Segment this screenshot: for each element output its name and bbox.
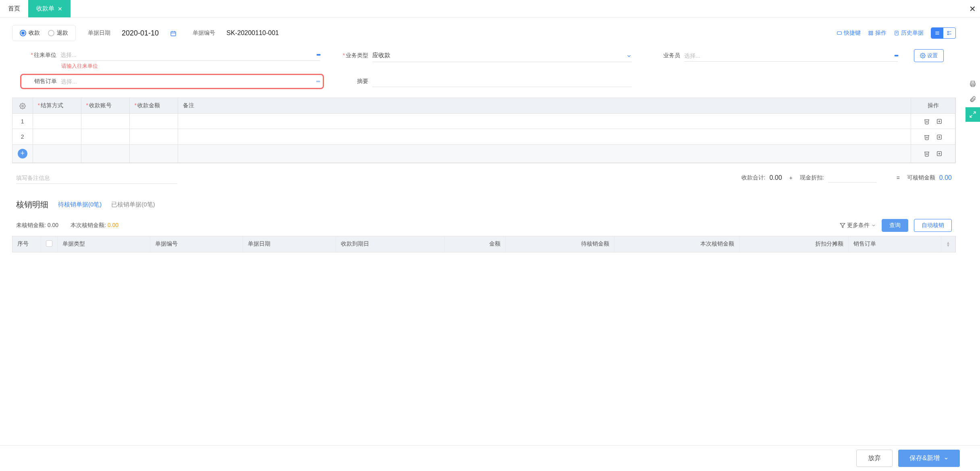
radio-receipt[interactable]: 收款 — [20, 29, 40, 37]
th-checkbox[interactable] — [41, 236, 57, 252]
writeoff-stats: 未核销金额: 0.00 本次核销金额: 0.00 — [16, 222, 118, 229]
detail-icon — [947, 30, 952, 36]
cell-amount[interactable] — [129, 114, 178, 129]
salesorder-field: 销售订单 ••• — [25, 76, 320, 87]
svg-rect-0 — [171, 31, 176, 36]
svg-rect-7 — [871, 31, 873, 33]
biztype-value: 应收款 — [372, 52, 626, 59]
cell-amount[interactable] — [129, 129, 178, 144]
svg-rect-16 — [947, 31, 949, 32]
rail-expand-button[interactable] — [965, 107, 980, 122]
salesorder-input[interactable] — [61, 78, 316, 85]
tab-receipt[interactable]: 收款单 ✕ — [28, 0, 71, 17]
view-list-button[interactable] — [931, 28, 943, 38]
th-amount: 金额 — [445, 236, 506, 252]
partner-error: 请输入往来单位 — [61, 63, 98, 70]
cell-account[interactable] — [81, 114, 129, 129]
partner-input-wrap[interactable]: ••• — [60, 49, 320, 61]
biztype-select[interactable]: 应收款 — [372, 49, 632, 62]
shortcut-label: 快捷键 — [844, 29, 861, 37]
svg-rect-9 — [871, 33, 873, 35]
partner-input[interactable] — [60, 52, 316, 58]
salesman-input-wrap[interactable]: ••• — [684, 50, 898, 62]
writeoff-table: 序号 单据类型 单据编号 单据日期 收款到期日 金额 待核销金额 本次核销金额 … — [12, 236, 956, 252]
add-row-icon[interactable] — [936, 133, 943, 140]
salesorder-input-wrap[interactable]: ••• — [61, 76, 320, 87]
tab-home-label: 首页 — [8, 5, 20, 13]
chevron-down-icon[interactable] — [626, 52, 632, 58]
th-sort[interactable]: ▲▼ — [941, 236, 955, 252]
more-icon[interactable]: ••• — [894, 52, 898, 59]
table-header-row: 序号 单据类型 单据编号 单据日期 收款到期日 金额 待核销金额 本次核销金额 … — [12, 236, 955, 252]
close-icon[interactable]: ✕ — [58, 6, 62, 12]
table-header-row: *结算方式 *收款账号 *收款金额 备注 操作 — [12, 98, 955, 114]
cell-remark[interactable] — [178, 114, 911, 129]
th-remark: 备注 — [178, 98, 911, 114]
delete-icon[interactable] — [924, 118, 930, 124]
rail-attach-button[interactable] — [965, 92, 980, 106]
operate-button[interactable]: 操作 — [868, 29, 887, 37]
writeoff-actions: 更多条件 查询 自动核销 — [840, 219, 952, 232]
checkbox-icon[interactable] — [46, 240, 52, 247]
rail-print-button[interactable] — [965, 77, 980, 91]
radio-refund[interactable]: 退款 — [48, 29, 68, 37]
svg-line-35 — [974, 112, 976, 114]
close-all-icon[interactable]: ✕ — [969, 4, 976, 14]
writeoff-tab-done[interactable]: 已核销单据(0笔) — [111, 199, 155, 210]
tab-home[interactable]: 首页 — [0, 0, 28, 17]
svg-rect-18 — [947, 34, 949, 35]
svg-point-20 — [922, 55, 924, 56]
query-button[interactable]: 查询 — [882, 219, 908, 232]
add-row-icon[interactable] — [936, 118, 943, 124]
writeoff-tab-pending[interactable]: 待核销单据(0笔) — [58, 199, 102, 210]
svg-rect-6 — [869, 31, 870, 33]
summary-input-wrap[interactable] — [372, 75, 632, 87]
sort-icon: ▲▼ — [946, 241, 950, 247]
form-row-2: 销售订单 ••• 摘要 — [12, 68, 956, 94]
th-account: *收款账号 — [81, 98, 129, 114]
th-docno: 单据编号 — [150, 236, 243, 252]
radio-receipt-label: 收款 — [29, 29, 40, 37]
total-value: 0.00 — [769, 174, 782, 181]
history-button[interactable]: 历史单据 — [894, 29, 924, 37]
salesman-input[interactable] — [684, 52, 894, 59]
shortcut-button[interactable]: 快捷键 — [837, 29, 861, 37]
keyboard-icon — [837, 30, 842, 36]
writeoff-title: 核销明细 — [16, 199, 48, 210]
cell-settle[interactable] — [33, 129, 81, 144]
auto-writeoff-button[interactable]: 自动核销 — [914, 219, 952, 232]
svg-rect-4 — [837, 32, 842, 35]
more-conditions-button[interactable]: 更多条件 — [840, 222, 876, 229]
th-action: 操作 — [911, 98, 955, 114]
add-circle-icon[interactable]: + — [18, 149, 27, 158]
gear-header[interactable] — [12, 98, 33, 114]
remark-input[interactable] — [16, 172, 177, 184]
cell-account[interactable] — [81, 129, 129, 144]
chevron-down-icon — [871, 223, 876, 228]
operate-label: 操作 — [875, 29, 887, 37]
discount-input[interactable] — [828, 173, 876, 183]
delete-icon[interactable] — [924, 133, 930, 140]
svg-line-36 — [970, 115, 972, 117]
th-settle: *结算方式 — [33, 98, 81, 114]
salesman-field: 业务员 ••• 设置 — [648, 49, 944, 62]
cell-settle[interactable] — [33, 114, 81, 129]
delete-icon[interactable] — [924, 150, 930, 156]
calendar-icon[interactable] — [170, 29, 176, 37]
form-row-1: *往来单位 ••• 请输入往来单位 *业务类型 应收款 业务员 ••• — [12, 45, 956, 68]
svg-rect-8 — [869, 33, 870, 35]
th-pending: 待核销金额 — [505, 236, 614, 252]
settings-button[interactable]: 设置 — [914, 49, 944, 62]
partner-field: *往来单位 ••• 请输入往来单位 — [24, 49, 320, 61]
more-icon[interactable]: ••• — [316, 78, 320, 85]
avail-value: 0.00 — [939, 174, 952, 181]
th-salesorder: 销售订单 — [848, 236, 941, 252]
svg-point-21 — [22, 105, 23, 107]
add-row-icon[interactable] — [936, 150, 943, 156]
summary-input[interactable] — [372, 78, 632, 84]
doc-date-value[interactable]: 2020-01-10 — [122, 29, 159, 38]
view-detail-button[interactable] — [943, 28, 955, 38]
gear-icon — [19, 103, 26, 109]
cell-remark[interactable] — [178, 129, 911, 144]
more-icon[interactable]: ••• — [316, 52, 320, 58]
